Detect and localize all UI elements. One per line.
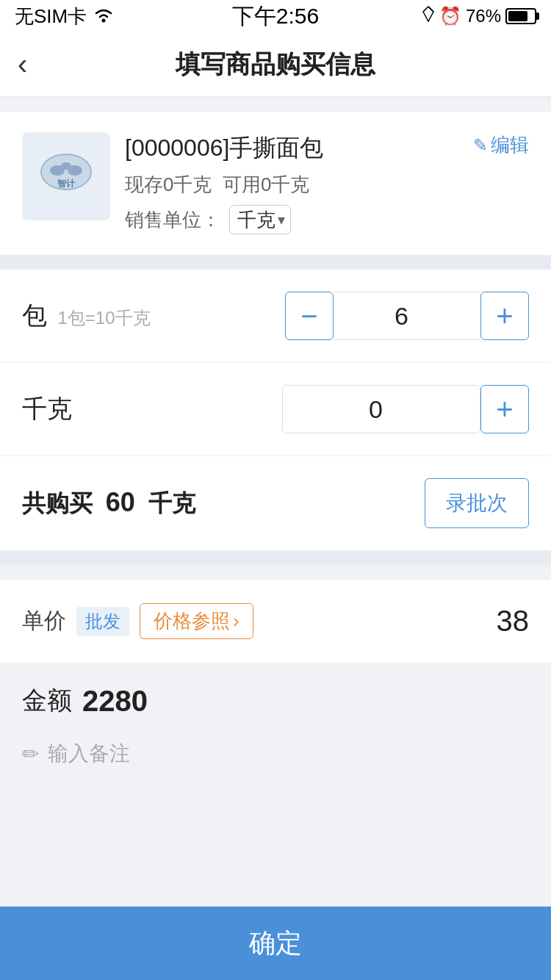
- edit-icon: ✎: [473, 135, 488, 156]
- product-info: [0000006]手撕面包 现存0千克 可用0千克 销售单位： 千克 包: [125, 132, 529, 234]
- amount-value: 2280: [82, 685, 148, 718]
- summary-text: 共购买 60 千克: [22, 487, 195, 520]
- carrier-text: 无SIM卡: [15, 4, 87, 29]
- note-icon: ✏: [22, 742, 39, 766]
- package-controls: − +: [285, 292, 529, 340]
- svg-point-0: [102, 18, 106, 22]
- record-batch-button[interactable]: 录批次: [425, 478, 529, 528]
- unit-select-wrapper[interactable]: 千克 包: [229, 205, 291, 234]
- package-decrease-button[interactable]: −: [285, 292, 334, 340]
- kg-quantity-input[interactable]: [282, 385, 480, 433]
- confirm-button[interactable]: 确定: [249, 926, 302, 962]
- product-image: 智计: [22, 132, 110, 220]
- input-section: 包 1包=10千克 − + 千克 + 共购买 60 千克: [0, 270, 551, 550]
- status-right: ⏰ 76%: [422, 6, 536, 26]
- unit-label: 销售单位：: [125, 207, 220, 233]
- kg-controls: +: [282, 385, 529, 433]
- amount-section: 金额 2280 ✏ 输入备注: [0, 663, 551, 788]
- battery-icon: [505, 8, 536, 24]
- price-tag: 批发: [76, 607, 129, 636]
- status-time: 下午2:56: [232, 1, 319, 32]
- product-stock: 现存0千克 可用0千克: [125, 172, 529, 198]
- svg-point-4: [61, 162, 71, 170]
- package-label: 包 1包=10千克: [22, 299, 285, 333]
- price-label: 单价: [22, 606, 66, 636]
- battery-percent: 76%: [466, 6, 501, 26]
- status-left: 无SIM卡: [15, 4, 115, 29]
- kg-input-row: 千克 +: [0, 363, 551, 456]
- price-ref-arrow: ›: [233, 610, 240, 633]
- amount-row: 金额 2280: [22, 684, 529, 718]
- kg-increase-button[interactable]: +: [480, 385, 529, 433]
- nav-bar: ‹ 填写商品购买信息: [0, 32, 551, 97]
- product-name: [0000006]手撕面包: [125, 132, 529, 165]
- note-placeholder: 输入备注: [48, 740, 130, 768]
- product-logo-icon: 智计: [37, 150, 96, 203]
- price-value: 38: [497, 605, 530, 638]
- package-quantity-input[interactable]: [334, 292, 480, 340]
- alarm-icon: ⏰: [439, 6, 461, 26]
- confirm-bar[interactable]: 确定: [0, 907, 551, 980]
- unit-select[interactable]: 千克 包: [229, 205, 291, 234]
- svg-text:智计: 智计: [57, 179, 76, 189]
- section-divider-1: [0, 255, 551, 270]
- product-unit-row: 销售单位： 千克 包: [125, 205, 529, 234]
- note-row[interactable]: ✏ 输入备注: [22, 732, 529, 788]
- summary-row: 共购买 60 千克 录批次: [0, 456, 551, 550]
- product-card: 智计 [0000006]手撕面包 现存0千克 可用0千克 销售单位： 千克 包 …: [0, 112, 551, 255]
- price-row: 单价 批发 价格参照 › 38: [0, 580, 551, 663]
- wifi-icon: [93, 5, 115, 28]
- edit-button[interactable]: ✎ 编辑: [473, 132, 529, 158]
- package-input-row: 包 1包=10千克 − +: [0, 270, 551, 363]
- status-bar: 无SIM卡 下午2:56 ⏰ 76%: [0, 0, 551, 32]
- price-reference-button[interactable]: 价格参照 ›: [140, 603, 253, 639]
- amount-label: 金额: [22, 684, 72, 718]
- price-section: 单价 批发 价格参照 › 38: [0, 580, 551, 663]
- kg-label: 千克: [22, 392, 282, 426]
- summary-amount: 60: [106, 487, 135, 517]
- page-title: 填写商品购买信息: [176, 48, 375, 82]
- back-button[interactable]: ‹: [18, 48, 27, 81]
- section-divider-2: [0, 550, 551, 565]
- package-increase-button[interactable]: +: [480, 292, 529, 340]
- location-icon: [422, 6, 435, 26]
